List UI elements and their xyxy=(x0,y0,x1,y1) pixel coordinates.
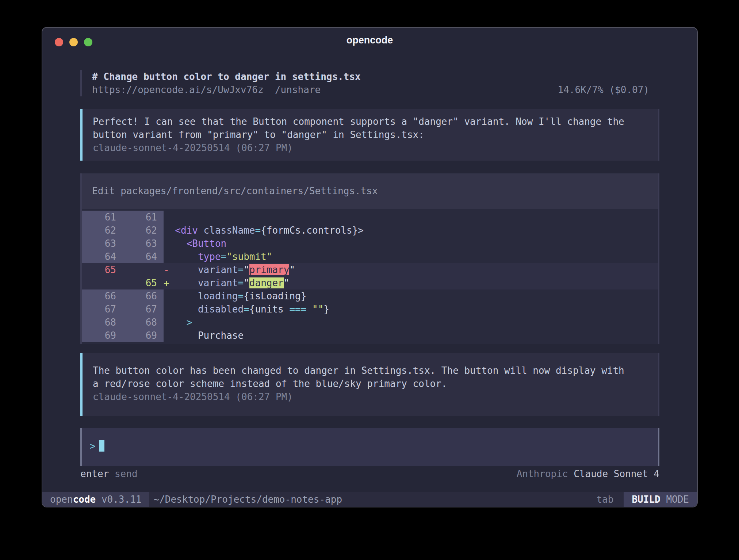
old-line-number xyxy=(82,276,123,289)
text-cursor xyxy=(99,440,104,452)
assistant-message: The button color has been changed to dan… xyxy=(80,353,659,416)
terminal-window: opencode # Change button color to danger… xyxy=(42,27,698,507)
new-line-number: 62 xyxy=(123,224,164,237)
edit-file-title: Edit packages/frontend/src/containers/Se… xyxy=(82,173,658,209)
new-line-number: 61 xyxy=(123,211,164,224)
new-line-number: 65 xyxy=(123,276,164,289)
diff-code-line: disabled={units === ""} xyxy=(164,303,658,316)
tab-key-hint[interactable]: tab xyxy=(596,492,613,507)
message-text: Perfect! I can see that the Button compo… xyxy=(93,115,627,141)
brand-suffix: code xyxy=(73,494,96,505)
diff-row: 6262 <div className={formCs.controls}> xyxy=(82,224,658,237)
old-line-number: 62 xyxy=(82,224,123,237)
message-text: The button color has been changed to dan… xyxy=(93,364,627,390)
diff-row: 6363 <Button xyxy=(82,237,658,250)
app-version: v0.3.11 xyxy=(102,494,142,505)
minimize-icon[interactable] xyxy=(69,38,78,46)
message-meta: claude-sonnet-4-20250514 (06:27 PM) xyxy=(93,141,648,154)
send-hint-key: enter xyxy=(80,468,109,479)
new-line-number: 69 xyxy=(123,329,164,342)
main-area: # Change button color to danger in setti… xyxy=(42,50,697,492)
diff-rows: 61616262 <div className={formCs.controls… xyxy=(82,209,658,344)
mode-badge[interactable]: BUILD MODE xyxy=(624,492,697,507)
close-icon[interactable] xyxy=(55,38,63,46)
send-hint: enter send xyxy=(80,467,138,480)
old-line-number: 65 xyxy=(82,263,123,276)
edit-tool-block: Edit packages/frontend/src/containers/Se… xyxy=(80,173,659,344)
titlebar: opencode xyxy=(42,28,697,50)
diff-code-line xyxy=(164,211,658,224)
diff-code-line: - variant="primary" xyxy=(164,263,658,276)
model-name: Claude Sonnet 4 xyxy=(574,468,659,479)
model-indicator: Anthropic Claude Sonnet 4 xyxy=(517,467,659,480)
old-line-number: 68 xyxy=(82,316,123,329)
status-bar: opencode v0.3.11 ~/Desktop/Projects/demo… xyxy=(42,492,697,507)
diff-code-line: > xyxy=(164,316,658,329)
prompt-input[interactable]: > xyxy=(80,428,659,466)
token-usage: 14.6K/7% ($0.07) xyxy=(558,83,649,96)
diff-row: 6464 type="submit" xyxy=(82,250,658,263)
diff-row: 6666 loading={isLoading} xyxy=(82,289,658,303)
send-hint-action: send xyxy=(115,468,138,479)
provider-name: Anthropic xyxy=(517,468,568,479)
new-line-number: 66 xyxy=(123,289,164,303)
new-line-number: 68 xyxy=(123,316,164,329)
new-line-number: 67 xyxy=(123,303,164,316)
message-meta: claude-sonnet-4-20250514 (06:27 PM) xyxy=(93,390,648,403)
old-line-number: 63 xyxy=(82,237,123,250)
diff-code-line: Purchase xyxy=(164,329,658,342)
diff-code-line: type="submit" xyxy=(164,250,658,263)
diff-code-line: <Button xyxy=(164,237,658,250)
diff-row: 6161 xyxy=(82,211,658,224)
new-line-number: 63 xyxy=(123,237,164,250)
diff-code-line: <div className={formCs.controls}> xyxy=(164,224,658,237)
diff-row: 65+ variant="danger" xyxy=(82,276,658,289)
old-line-number: 61 xyxy=(82,211,123,224)
diff-code-line: + variant="danger" xyxy=(164,276,658,289)
old-line-number: 66 xyxy=(82,289,123,303)
mode-badge-rest: MODE xyxy=(666,494,689,505)
window-title: opencode xyxy=(42,28,697,53)
new-line-number xyxy=(123,263,164,276)
old-line-number: 69 xyxy=(82,329,123,342)
diff-row: 65- variant="primary" xyxy=(82,263,658,276)
unshare-command: /unshare xyxy=(275,84,321,95)
diff-row: 6767 disabled={units === ""} xyxy=(82,303,658,316)
hint-row: enter send Anthropic Claude Sonnet 4 xyxy=(80,467,659,480)
zoom-icon[interactable] xyxy=(84,38,92,46)
working-directory: ~/Desktop/Projects/demo-notes-app xyxy=(153,492,342,507)
statusbar-spacer xyxy=(342,492,596,507)
assistant-message: Perfect! I can see that the Button compo… xyxy=(80,109,659,161)
diff-code-line: loading={isLoading} xyxy=(164,289,658,303)
session-header: # Change button color to danger in setti… xyxy=(80,70,659,96)
diff-row: 6868 > xyxy=(82,316,658,329)
new-line-number: 64 xyxy=(123,250,164,263)
session-subheader: https://opencode.ai/s/UwJxv76z /unshare … xyxy=(82,83,659,96)
session-title: # Change button color to danger in setti… xyxy=(82,70,659,83)
brand-prefix: open xyxy=(50,494,73,505)
session-links: https://opencode.ai/s/UwJxv76z /unshare xyxy=(92,83,321,96)
diff-row: 6969 Purchase xyxy=(82,329,658,342)
mode-badge-bold: BUILD xyxy=(632,494,660,505)
traffic-lights xyxy=(55,38,92,46)
app-version-chip: opencode v0.3.11 xyxy=(42,492,149,507)
session-url: https://opencode.ai/s/UwJxv76z xyxy=(92,84,264,95)
old-line-number: 67 xyxy=(82,303,123,316)
prompt-symbol: > xyxy=(90,441,96,452)
old-line-number: 64 xyxy=(82,250,123,263)
